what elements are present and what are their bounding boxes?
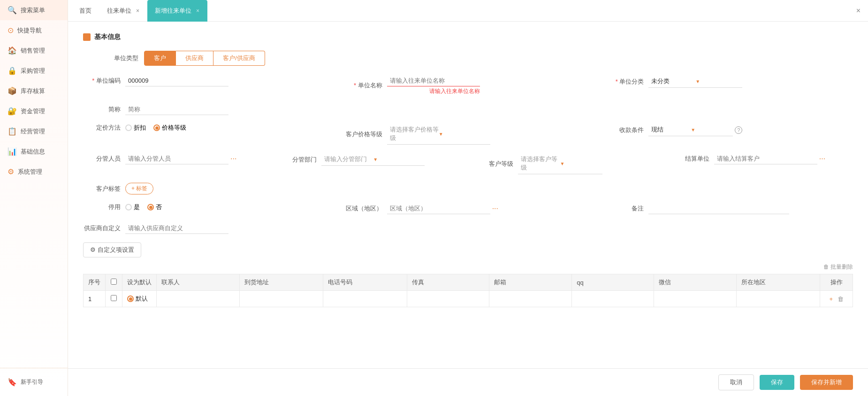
manager-more-button[interactable]: ··· [228, 155, 238, 163]
customer-level-select[interactable]: 请选择客户等级 ▼ [518, 153, 602, 174]
row-add-button[interactable]: + [829, 295, 833, 303]
row-email-input[interactable] [494, 295, 567, 303]
row-default-radio[interactable] [127, 295, 134, 302]
settlement-unit-label: 结算单位 [672, 155, 714, 163]
remarks-input[interactable] [648, 203, 789, 214]
save-button[interactable]: 保存 [760, 375, 794, 390]
pricing-level-option[interactable]: 价格等级 [153, 124, 186, 132]
row-address [240, 291, 323, 307]
add-tag-button[interactable]: + 标签 [125, 183, 153, 194]
operations-icon: 📋 [8, 127, 17, 136]
customer-price-level-select[interactable]: 请选择客户价格等级 ▼ [387, 124, 490, 145]
form-row-5: 客户标签 + 标签 [83, 183, 853, 194]
section-header: 基本信息 [83, 33, 853, 41]
unit-btn-customer[interactable]: 客户 [144, 51, 176, 66]
unit-code-label: 单位编码 [83, 77, 125, 85]
row-default-radio-label[interactable]: 默认 [127, 295, 152, 303]
region-label: 区域（地区） [345, 204, 387, 213]
settlement-unit-input[interactable] [714, 153, 817, 164]
pricing-discount-option[interactable]: 折扣 [125, 124, 146, 132]
row-contact-input[interactable] [161, 295, 235, 303]
row-wechat [654, 291, 736, 307]
pricing-method-field: 定价方法 折扣 价格等级 [83, 124, 330, 132]
sidebar-item-quick-nav[interactable]: ⊙ 快捷导航 [0, 20, 68, 40]
region-input[interactable] [387, 203, 490, 214]
pricing-discount-radio[interactable] [125, 124, 132, 131]
tab-home[interactable]: 首页 [72, 0, 99, 22]
sidebar-item-operations[interactable]: 📋 经营管理 [0, 121, 68, 141]
tab-new-trade-unit[interactable]: 新增往来单位 × [147, 0, 207, 22]
department-select[interactable]: 请输入分管部门 ▼ [321, 153, 425, 166]
sidebar-item-finance[interactable]: 🔐 资金管理 [0, 101, 68, 121]
customer-price-level-label: 客户价格等级 [345, 130, 387, 139]
sidebar: 🔍 搜索菜单 ⊙ 快捷导航 🏠 销售管理 🔒 采购管理 📦 库存核算 🔐 资金管… [0, 0, 68, 396]
abbreviation-input[interactable] [125, 104, 228, 115]
batch-delete-button[interactable]: 🗑 批量删除 [83, 263, 853, 271]
row-fax-input[interactable] [412, 295, 485, 303]
sidebar-item-base-info[interactable]: 📊 基础信息 [0, 141, 68, 162]
table-header-row: 序号 设为默认 联系人 到货地址 电话号码 传真 邮箱 qq 微信 所在地区 操… [84, 274, 853, 291]
department-label: 分管部门 [279, 155, 321, 164]
row-actions: + 🗑 [820, 291, 853, 307]
unit-btn-supplier[interactable]: 供应商 [176, 51, 213, 66]
row-phone [323, 291, 407, 307]
close-all-tabs-button[interactable]: × [853, 7, 864, 15]
disabled-no-option[interactable]: 否 [147, 203, 162, 211]
disabled-no-radio[interactable] [147, 204, 154, 210]
row-qq-input[interactable] [577, 295, 649, 303]
sidebar-bottom: 🔖 新手引导 [0, 368, 68, 396]
abbreviation-label: 简称 [83, 105, 125, 114]
row-phone-input[interactable] [328, 295, 402, 303]
select-all-checkbox[interactable] [111, 279, 117, 285]
payment-terms-select[interactable]: 现结 ▼ [648, 124, 733, 136]
tab-trade-units[interactable]: 往来单位 × [99, 0, 147, 22]
save-new-button[interactable]: 保存并新增 [800, 375, 853, 390]
sidebar-item-guide[interactable]: 🔖 新手引导 [0, 372, 68, 392]
sidebar-item-system[interactable]: ⚙ 系统管理 [0, 162, 68, 182]
department-arrow: ▼ [373, 157, 422, 162]
disabled-yes-option[interactable]: 是 [125, 203, 140, 211]
close-new-trade-unit-tab[interactable]: × [196, 8, 199, 14]
col-address: 到货地址 [240, 274, 323, 291]
disabled-yes-radio[interactable] [125, 204, 132, 210]
row-default: 默认 [122, 291, 157, 307]
manager-input[interactable] [125, 153, 228, 164]
row-region-input[interactable] [741, 295, 815, 303]
row-qq [572, 291, 654, 307]
form-row-7: 供应商自定义 [83, 223, 853, 234]
sidebar-item-search[interactable]: 🔍 搜索菜单 [0, 0, 68, 20]
unit-code-input[interactable] [125, 75, 228, 86]
cancel-button[interactable]: 取消 [718, 374, 754, 390]
row-fax [407, 291, 489, 307]
form-row-3: 定价方法 折扣 价格等级 客户价格等级 请选择客户价格等级 [83, 124, 853, 145]
unit-name-input[interactable] [387, 75, 480, 86]
settlement-unit-more-button[interactable]: ··· [817, 155, 827, 163]
form-row-2: 简称 [83, 104, 853, 115]
customer-price-level-arrow: ▼ [439, 132, 487, 137]
supplier-custom-input[interactable] [125, 223, 228, 234]
sidebar-item-inventory[interactable]: 📦 库存核算 [0, 81, 68, 101]
unit-category-select[interactable]: 未分类 ▼ [648, 75, 742, 88]
customer-tag-field: 客户标签 + 标签 [83, 183, 853, 194]
payment-terms-label: 收款条件 [606, 126, 648, 134]
close-trade-units-tab[interactable]: × [136, 8, 139, 14]
sidebar-item-sales[interactable]: 🏠 销售管理 [0, 40, 68, 61]
payment-terms-field: 收款条件 现结 ▼ ? [606, 124, 853, 136]
row-wechat-input[interactable] [659, 295, 731, 303]
row-contact [157, 291, 240, 307]
form-content: 基本信息 单位类型 客户 供应商 客户/供应商 单位编码 单位名称 请输入往来单… [68, 22, 868, 368]
disabled-radio: 是 否 [125, 203, 162, 211]
customer-tag-label: 客户标签 [83, 185, 125, 193]
col-qq: qq [572, 274, 654, 291]
row-delete-button[interactable]: 🗑 [838, 295, 844, 303]
unit-btn-both[interactable]: 客户/供应商 [213, 51, 265, 66]
row-address-input[interactable] [244, 295, 318, 303]
custom-settings-button[interactable]: ⚙ 自定义项设置 [83, 242, 141, 257]
unit-category-field: 单位分类 未分类 ▼ [606, 75, 853, 88]
payment-terms-help[interactable]: ? [735, 126, 742, 134]
region-more-button[interactable]: ··· [490, 204, 500, 213]
row-checkbox[interactable] [111, 295, 117, 301]
pricing-level-radio[interactable] [153, 124, 160, 131]
col-phone: 电话号码 [323, 274, 407, 291]
sidebar-item-purchase[interactable]: 🔒 采购管理 [0, 61, 68, 81]
